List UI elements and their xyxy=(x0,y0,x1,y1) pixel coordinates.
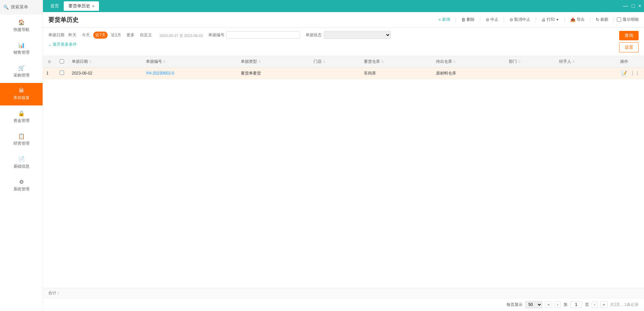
doc-type-sort-icon[interactable]: ⇅ xyxy=(258,60,261,63)
next-page-button[interactable]: › xyxy=(592,301,598,308)
add-icon: + xyxy=(439,17,441,22)
stop-button[interactable]: ⊘ 中止 xyxy=(483,15,501,24)
sidebar-item-sales[interactable]: 📊 销售管理 xyxy=(0,37,43,60)
sidebar-item-operations[interactable]: 📋 经营管理 xyxy=(0,128,43,151)
row-doc-type: 要货单要货 xyxy=(237,68,310,79)
prev-page-button[interactable]: ‹ xyxy=(555,301,561,308)
refresh-button-label: 刷新 xyxy=(600,17,608,23)
window-maximize-icon[interactable]: □ xyxy=(632,3,635,9)
filter-and-action: 单据日期 昨天 今天 近7天 近1月 更多 自定义 2023-05-27 至 2… xyxy=(48,31,639,52)
building-icon: 🏛 xyxy=(19,88,24,94)
row-more-button[interactable]: ⋮⋮ xyxy=(629,70,641,77)
separator xyxy=(614,17,614,23)
row-edit-button[interactable]: 📝 xyxy=(620,70,628,77)
doc-no-sort-icon[interactable]: ⇅ xyxy=(163,60,166,63)
row-date: 2023-06-02 xyxy=(68,68,143,79)
table-header: ⚙ 单据日期 ⇅ 单据编号 ⇅ 单据类型 ⇅ xyxy=(43,56,644,68)
date-pill-recent1month[interactable]: 近1月 xyxy=(109,32,123,39)
filter-status: 单据状态 xyxy=(306,31,391,39)
date-sort-icon[interactable]: ⇅ xyxy=(89,60,92,63)
date-pill-recent7[interactable]: 近7天 xyxy=(93,32,108,39)
tab-current[interactable]: 要货单历史 × xyxy=(64,1,99,11)
separator xyxy=(590,17,590,23)
settings-button[interactable]: 设置 xyxy=(619,42,639,52)
row-checkbox-cell xyxy=(56,68,68,79)
row-pending-warehouse: 原材料仓库 xyxy=(433,68,505,79)
tab-bar: 首页 要货单历史 × — □ × xyxy=(43,0,644,12)
display-detail-checkbox[interactable] xyxy=(617,17,621,22)
row-department xyxy=(505,68,556,79)
print-dropdown-icon[interactable]: ▼ xyxy=(556,18,559,21)
refresh-button[interactable]: ↻ 刷新 xyxy=(593,15,611,24)
display-detail-label: 显示明细 xyxy=(623,17,639,23)
doc-no-input[interactable] xyxy=(226,31,300,39)
sidebar-item-quick-nav[interactable]: 🏠 快捷导航 xyxy=(0,14,43,37)
page-label: 第 xyxy=(564,302,568,308)
pagination-bar: 每页显示 50 100 « ‹ 第 页 › » 共1页，1条记录 xyxy=(43,298,644,311)
sidebar-item-label: 资金管理 xyxy=(13,118,30,124)
filter-row: 单据日期 昨天 今天 近7天 近1月 更多 自定义 2023-05-27 至 2… xyxy=(48,31,616,39)
date-pill-more[interactable]: 更多 xyxy=(124,32,137,39)
main-content: 首页 要货单历史 × — □ × 要货单历史 + 新增 🗑 删除 ⊘ xyxy=(43,0,644,311)
ops-col-header: 操作 xyxy=(617,56,644,68)
sidebar-item-label: 经营管理 xyxy=(13,141,30,146)
page-size-select[interactable]: 50 100 xyxy=(525,301,542,308)
cancel-stop-button[interactable]: ⊘ 取消中止 xyxy=(507,15,533,24)
window-minimize-icon[interactable]: — xyxy=(623,3,628,9)
delete-button[interactable]: 🗑 删除 xyxy=(459,15,477,24)
table-settings-icon[interactable]: ⚙ xyxy=(46,58,53,65)
home-icon: 🏠 xyxy=(18,19,25,26)
select-all-checkbox[interactable] xyxy=(60,59,64,63)
export-button-label: 导出 xyxy=(577,17,585,23)
sidebar-item-system[interactable]: ⚙ 系统管理 xyxy=(0,174,43,197)
sidebar-search[interactable]: 🔍 搜索菜单 xyxy=(0,0,43,14)
doc-no-col-header: 单据编号 ⇅ xyxy=(143,56,238,68)
first-page-button[interactable]: « xyxy=(545,301,552,308)
tab-close-icon[interactable]: × xyxy=(92,4,94,8)
display-detail-toggle[interactable]: 显示明细 xyxy=(617,17,639,23)
new-button[interactable]: + 新增 xyxy=(436,15,453,24)
export-button[interactable]: 📤 导出 xyxy=(568,15,587,24)
sidebar-item-inventory[interactable]: 🏛 库存核算 xyxy=(0,83,43,105)
table-row: 1 2023-06-02 YH-20230602-0 要货单要货 车间库 原材料… xyxy=(43,68,644,79)
date-pill-custom[interactable]: 自定义 xyxy=(138,32,154,39)
tab-home[interactable]: 首页 xyxy=(46,1,64,11)
pending-warehouse-col-label: 待出仓库 xyxy=(436,59,452,64)
query-button[interactable]: 查询 xyxy=(619,31,639,40)
date-pill-today[interactable]: 今天 xyxy=(80,32,92,39)
date-pill-yesterday[interactable]: 昨天 xyxy=(66,32,78,39)
store-col-label: 门店 xyxy=(314,59,322,64)
total-label: 合计： xyxy=(48,291,60,295)
print-button[interactable]: 🖨 打印 ▼ xyxy=(539,15,562,24)
row-req-warehouse: 车间库 xyxy=(361,68,433,79)
settings-col-header: ⚙ xyxy=(43,56,56,68)
separator xyxy=(480,17,480,23)
status-select[interactable] xyxy=(324,31,391,39)
department-sort-icon[interactable]: ⇅ xyxy=(518,60,521,63)
handler-col-label: 经手人 xyxy=(559,59,571,64)
sidebar-item-basic-info[interactable]: 📄 基础信息 xyxy=(0,151,43,174)
store-sort-icon[interactable]: ⇅ xyxy=(323,60,325,63)
row-index: 1 xyxy=(43,68,56,79)
row-checkbox[interactable] xyxy=(60,71,64,75)
sidebar-item-label: 基础信息 xyxy=(13,164,30,169)
print-button-label: 打印 xyxy=(547,17,555,23)
sidebar-item-finance[interactable]: 🔒 资金管理 xyxy=(0,105,43,128)
gear-icon: ⚙ xyxy=(19,179,24,185)
req-warehouse-sort-icon[interactable]: ⇅ xyxy=(381,60,384,63)
status-filter-label: 单据状态 xyxy=(306,32,322,38)
sidebar-item-label: 销售管理 xyxy=(13,50,30,55)
delete-button-label: 删除 xyxy=(467,17,475,23)
expand-filter-button[interactable]: ⌄ 展开更多条件 xyxy=(48,42,616,47)
sidebar-item-purchase[interactable]: 🛒 采购管理 xyxy=(0,60,43,83)
page-number-input[interactable] xyxy=(570,301,582,308)
page-header: 要货单历史 + 新增 🗑 删除 ⊘ 中止 ⊘ 取消中止 🖨 xyxy=(43,12,644,28)
doc-no-link[interactable]: YH-20230602-0 xyxy=(146,71,174,76)
last-page-button[interactable]: » xyxy=(600,301,607,308)
stop-icon: ⊘ xyxy=(486,17,489,22)
pending-warehouse-sort-icon[interactable]: ⇅ xyxy=(453,60,456,63)
handler-sort-icon[interactable]: ⇅ xyxy=(572,60,575,63)
page-unit: 页 xyxy=(585,302,589,308)
req-warehouse-col-header: 要货仓库 ⇅ xyxy=(361,56,433,68)
window-close-icon[interactable]: × xyxy=(638,3,641,9)
